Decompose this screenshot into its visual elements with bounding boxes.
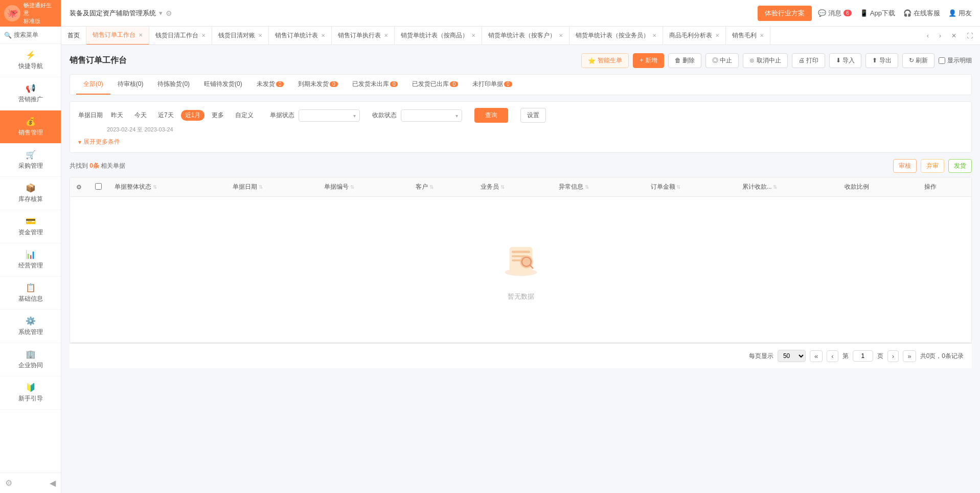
status-select[interactable]	[299, 109, 360, 122]
sidebar-item-system[interactable]: ⚙️ 系统管理	[0, 310, 61, 343]
next-page-button[interactable]: ›	[887, 350, 899, 362]
sidebar-item-basic[interactable]: 📋 基础信息	[0, 277, 61, 310]
filter-tab-overdue-ship[interactable]: 到期未发货0	[291, 75, 345, 95]
app-download-action[interactable]: 📱 App下载	[860, 9, 895, 18]
date-btn-7days[interactable]: 近7天	[154, 110, 178, 121]
sidebar-item-sales[interactable]: 💰 销售管理	[0, 110, 61, 144]
tab-sales-profit-label: 销售毛利	[732, 31, 757, 40]
settings-footer-icon[interactable]: ⚙	[5, 478, 12, 488]
first-page-button[interactable]: «	[810, 350, 823, 362]
tab-margin[interactable]: 商品毛利分析表 ✕	[663, 27, 726, 45]
tab-sales-cust[interactable]: 销货单统计表（按客户） ✕	[482, 27, 569, 45]
col-received[interactable]: 累计收款...	[736, 177, 839, 197]
col-staff[interactable]: 业务员	[474, 177, 553, 197]
sidebar-item-quick-nav[interactable]: ⚡ 快捷导航	[0, 44, 61, 77]
collapse-sidebar-icon[interactable]: ◀	[50, 478, 56, 488]
tab-close-icon[interactable]: ✕	[321, 33, 325, 38]
col-status[interactable]: 单据整体状态	[108, 177, 226, 197]
export-button[interactable]: ⬆ 导出	[865, 53, 898, 68]
col-amount[interactable]: 订单金额	[645, 177, 736, 197]
settings-button[interactable]: 设置	[520, 108, 546, 123]
tab-close-icon[interactable]: ✕	[559, 33, 563, 38]
col-number[interactable]: 单据编号	[318, 177, 409, 197]
col-customer[interactable]: 客户	[409, 177, 474, 197]
show-detail-label[interactable]: 显示明细	[939, 56, 972, 65]
trial-button[interactable]: 体验行业方案	[758, 6, 812, 21]
date-btn-today[interactable]: 今天	[130, 110, 151, 121]
tab-expand-icon[interactable]: ⛶	[964, 31, 976, 40]
tab-close-icon[interactable]: ✕	[715, 33, 719, 38]
query-button[interactable]: 查询	[474, 108, 508, 123]
cancel-stop-button[interactable]: ⊙ 取消中止	[743, 53, 787, 68]
filter-tab-pending-review[interactable]: 待审核(0)	[110, 75, 151, 95]
tab-close-icon[interactable]: ✕	[760, 33, 764, 38]
sidebar-item-enterprise[interactable]: 🏢 企业协同	[0, 343, 61, 376]
dropdown-icon[interactable]: ▾	[159, 9, 163, 17]
tab-close-icon[interactable]: ✕	[384, 33, 388, 38]
filter-tab-not-shipped[interactable]: 未发货0	[249, 75, 291, 95]
ship-button[interactable]: 发货	[948, 159, 972, 173]
tab-sales-profit[interactable]: 销售毛利 ✕	[726, 27, 770, 45]
approve-button[interactable]: 审核	[893, 159, 917, 173]
tab-close-icon[interactable]: ✕	[139, 32, 143, 38]
tab-cash-clear[interactable]: 钱货日清工作台 ✕	[149, 27, 212, 45]
tab-sales-stat[interactable]: 销售订单统计表 ✕	[269, 27, 332, 45]
tab-next-icon[interactable]: ›	[936, 31, 944, 40]
sidebar-item-inventory[interactable]: 📦 库存核算	[0, 177, 61, 210]
sidebar-item-marketing[interactable]: 📢 营销推广	[0, 77, 61, 110]
filter-tab-shipped-in[interactable]: 已发货已出库0	[405, 75, 465, 95]
show-detail-checkbox[interactable]	[939, 57, 945, 64]
date-btn-more[interactable]: 更多	[208, 110, 228, 121]
add-button[interactable]: + 新增	[633, 53, 664, 68]
tab-close-all-icon[interactable]: ✕	[948, 31, 960, 40]
page-size-select[interactable]: 10 20 50 100	[778, 350, 806, 362]
col-date[interactable]: 单据日期	[226, 177, 318, 197]
tab-close-icon[interactable]: ✕	[471, 33, 475, 38]
message-action[interactable]: 💬 消息 6	[818, 9, 852, 18]
date-btn-1month[interactable]: 近1月	[181, 110, 205, 121]
print-button[interactable]: 🖨 打印	[792, 53, 825, 68]
tab-sales-exec[interactable]: 销售订单执行表 ✕	[332, 27, 395, 45]
smart-create-button[interactable]: ⭐ 智能生单	[581, 53, 629, 68]
tab-close-icon[interactable]: ✕	[258, 33, 262, 38]
user-action[interactable]: 👤 用友	[948, 9, 972, 18]
online-support-action[interactable]: 🎧 在线客服	[903, 9, 940, 18]
filter-tab-all[interactable]: 全部(0)	[76, 75, 110, 95]
tab-close-icon[interactable]: ✕	[201, 33, 206, 38]
topbar-actions: 💬 消息 6 📱 App下载 🎧 在线客服 👤 用友	[818, 9, 972, 18]
date-btn-yesterday[interactable]: 昨天	[107, 110, 127, 121]
tab-close-icon[interactable]: ✕	[652, 33, 656, 38]
tab-home[interactable]: 首页	[61, 27, 86, 45]
select-all-checkbox[interactable]	[95, 183, 102, 190]
search-icon: 🔍	[4, 32, 12, 39]
reject-button[interactable]: 弃审	[921, 159, 944, 173]
payment-select[interactable]	[401, 109, 462, 122]
filter-tab-shipped-not-in[interactable]: 已发货未出库0	[345, 75, 405, 95]
sidebar-search[interactable]: 🔍 搜索菜单	[0, 27, 61, 44]
sidebar-item-operations[interactable]: 📊 经营管理	[0, 243, 61, 277]
filter-tab-wangpu-ship[interactable]: 旺铺待发货(0)	[197, 75, 249, 95]
tab-cash-goods[interactable]: 钱货日清对账 ✕	[212, 27, 269, 45]
col-error[interactable]: 异常信息	[553, 177, 644, 197]
col-check[interactable]	[88, 177, 108, 197]
expand-button[interactable]: ▾ 展开更多条件	[78, 138, 963, 146]
sidebar-item-finance[interactable]: 💳 资金管理	[0, 210, 61, 243]
sidebar-item-guide[interactable]: 🔰 新手引导	[0, 376, 61, 410]
tab-sales-prod[interactable]: 销货单统计表（按商品） ✕	[395, 27, 482, 45]
tab-sales-staff[interactable]: 销货单统计表（按业务员） ✕	[569, 27, 663, 45]
import-button[interactable]: ⬇ 导入	[829, 53, 861, 68]
settings-icon[interactable]: ⚙	[166, 9, 172, 17]
filter-tab-pending-inspect[interactable]: 待拣验货(0)	[150, 75, 197, 95]
refresh-button[interactable]: ↻ 刷新	[902, 53, 935, 68]
stop-button[interactable]: ◎ 中止	[705, 53, 739, 68]
delete-button[interactable]: 🗑 删除	[668, 53, 701, 68]
filter-tab-not-printed[interactable]: 未打印单据0	[465, 75, 519, 95]
last-page-button[interactable]: »	[903, 350, 916, 362]
date-btn-custom[interactable]: 自定义	[231, 110, 258, 121]
tab-sales-workbench[interactable]: 销售订单工作台 ✕	[86, 27, 149, 45]
prev-page-button[interactable]: ‹	[827, 350, 838, 362]
tab-prev-icon[interactable]: ‹	[924, 31, 932, 40]
page-input[interactable]	[853, 350, 873, 362]
col-settings[interactable]: ⚙	[70, 177, 88, 197]
sidebar-item-purchase[interactable]: 🛒 采购管理	[0, 144, 61, 177]
